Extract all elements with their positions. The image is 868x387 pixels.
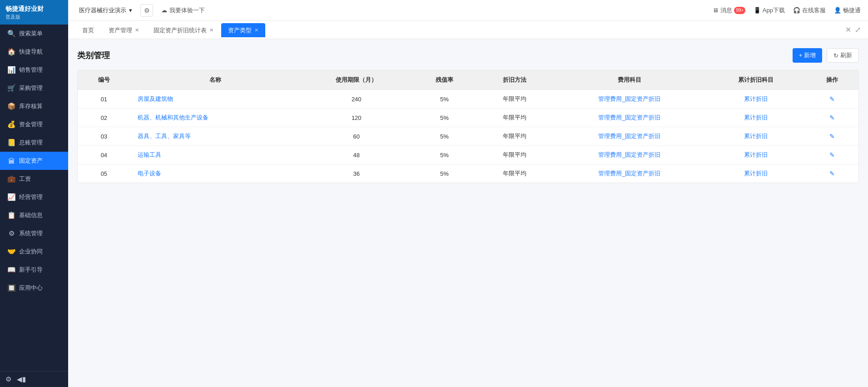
close-window-icon[interactable]: ✕ (845, 25, 851, 34)
table-row: 03器具、工具、家具等605%年限平均管理费用_固定资产折旧累计折旧✎ (78, 127, 858, 146)
edit-icon[interactable]: ✎ (829, 95, 835, 103)
tab-close-depreciation[interactable]: ✕ (209, 27, 213, 33)
sidebar-icon-sales: 📊 (7, 66, 15, 74)
sidebar-label-sales: 销售管理 (19, 66, 43, 74)
tab-label-asset-type: 资产类型 (228, 26, 252, 35)
sidebar-icon-search: 🔍 (7, 30, 15, 38)
sidebar-item-sales[interactable]: 📊 销售管理 (0, 61, 68, 79)
company-selector[interactable]: 医疗器械行业演示 ▾ (75, 5, 136, 16)
user-item[interactable]: 👤 畅捷通 (834, 6, 861, 15)
sidebar-icon-ledger: 📒 (7, 139, 15, 147)
sidebar-label-ledger: 总账管理 (19, 139, 43, 147)
sidebar-icon-quick-nav: 🏠 (7, 48, 15, 56)
edit-icon[interactable]: ✎ (829, 151, 835, 159)
sidebar-icon-enterprise: 🤝 (7, 248, 15, 256)
cell-4: 年限平均 (476, 146, 553, 164)
sidebar-label-quick-nav: 快捷导航 (19, 48, 43, 56)
settings-button[interactable]: ⚙ (140, 4, 153, 17)
sidebar-item-salary[interactable]: 💼 工资 (0, 170, 68, 188)
cell-6: 累计折旧 (706, 146, 806, 164)
message-label: 消息 (720, 6, 732, 15)
cell-1: 运输工具 (130, 146, 301, 164)
edit-icon[interactable]: ✎ (829, 170, 835, 177)
sidebar-icon-app-center: 🔲 (7, 284, 15, 292)
cell-6: 累计折旧 (706, 90, 806, 109)
company-name: 医疗器械行业演示 (79, 6, 126, 15)
expand-window-icon[interactable]: ⤢ (855, 25, 861, 34)
tab-close-asset-mgmt[interactable]: ✕ (135, 27, 139, 33)
sidebar-item-search[interactable]: 🔍 搜索菜单 (0, 25, 68, 43)
edit-icon[interactable]: ✎ (829, 133, 835, 140)
sidebar-item-business[interactable]: 📈 经营管理 (0, 188, 68, 206)
tabs-container: 首页 资产管理 ✕ 固定资产折旧统计表 ✕ 资产类型 ✕ (75, 23, 844, 37)
sidebar-item-system[interactable]: ⚙ 系统管理 (0, 224, 68, 243)
sidebar-item-basic-info[interactable]: 📋 基础信息 (0, 206, 68, 224)
sidebar-label-inventory: 库存核算 (19, 102, 43, 110)
experience-button[interactable]: ☁ 我要体验一下 (158, 5, 208, 16)
sidebar-item-guide[interactable]: 📖 新手引导 (0, 261, 68, 279)
experience-label: 我要体验一下 (169, 6, 205, 15)
sidebar-icon-fund: 💰 (7, 120, 15, 129)
sidebar-item-fund[interactable]: 💰 资金管理 (0, 115, 68, 134)
sidebar-item-ledger[interactable]: 📒 总账管理 (0, 134, 68, 152)
cell-3: 5% (412, 164, 477, 183)
cell-1: 器具、工具、家具等 (130, 127, 301, 146)
cell-2: 60 (301, 127, 412, 146)
cell-1: 房屋及建筑物 (130, 90, 301, 109)
message-item[interactable]: 🖥 消息 99+ (713, 6, 745, 15)
sidebar-toggle-icon[interactable]: ◀▮ (17, 375, 26, 383)
sidebar-icon-system: ⚙ (7, 229, 15, 238)
cell-2: 48 (301, 146, 412, 164)
sidebar-item-quick-nav[interactable]: 🏠 快捷导航 (0, 43, 68, 61)
page-title: 类别管理 (77, 50, 110, 61)
table-container: 编号名称使用期限（月）残值率折旧方法费用科目累计折旧科目操作 01房屋及建筑物2… (77, 70, 859, 183)
cell-0: 05 (78, 164, 130, 183)
sidebar-label-app-center: 应用中心 (19, 284, 43, 292)
user-avatar-icon: 👤 (834, 7, 841, 14)
app-logo-sub: 普及版 (5, 14, 63, 20)
sidebar: 畅捷通好业财 普及版 🔍 搜索菜单 🏠 快捷导航 📊 销售管理 🛒 采购管理 📦… (0, 0, 68, 387)
cell-4: 年限平均 (476, 90, 553, 109)
tab-asset-mgmt[interactable]: 资产管理 ✕ (102, 23, 146, 37)
refresh-button[interactable]: ↻ 刷新 (827, 48, 859, 63)
cell-3: 5% (412, 90, 477, 109)
category-table: 编号名称使用期限（月）残值率折旧方法费用科目累计折旧科目操作 01房屋及建筑物2… (78, 70, 858, 183)
sidebar-logo: 畅捷通好业财 普及版 (0, 0, 68, 25)
add-button[interactable]: + 新增 (793, 48, 822, 63)
dropdown-icon: ▾ (129, 7, 132, 14)
table-header: 编号名称使用期限（月）残值率折旧方法费用科目累计折旧科目操作 (78, 70, 858, 90)
edit-icon[interactable]: ✎ (829, 114, 835, 121)
message-badge: 99+ (734, 7, 745, 14)
table-body: 01房屋及建筑物2405%年限平均管理费用_固定资产折旧累计折旧✎02机器、机械… (78, 90, 858, 183)
sidebar-bottom: ⚙ ◀▮ (0, 371, 68, 387)
cell-0: 01 (78, 90, 130, 109)
tab-label-depreciation: 固定资产折旧统计表 (154, 26, 207, 35)
sidebar-item-purchase[interactable]: 🛒 采购管理 (0, 79, 68, 97)
col-编号: 编号 (78, 70, 130, 90)
topbar: 医疗器械行业演示 ▾ ⚙ ☁ 我要体验一下 🖥 消息 99+ 📱 App下载 🎧… (68, 0, 868, 21)
col-使用期限（月）: 使用期限（月） (301, 70, 412, 90)
tab-asset-type[interactable]: 资产类型 ✕ (221, 23, 265, 37)
sidebar-icon-guide: 📖 (7, 266, 15, 274)
tab-home[interactable]: 首页 (75, 23, 101, 37)
refresh-icon: ↻ (833, 52, 838, 59)
sidebar-item-inventory[interactable]: 📦 库存核算 (0, 97, 68, 115)
tab-label-home: 首页 (82, 26, 94, 35)
sidebar-icon-fixed-assets: 🏛 (7, 157, 15, 165)
cell-4: 年限平均 (476, 164, 553, 183)
header-actions: + 新增 ↻ 刷新 (793, 48, 859, 63)
app-logo-title: 畅捷通好业财 (5, 5, 63, 13)
col-折旧方法: 折旧方法 (476, 70, 553, 90)
tab-depreciation[interactable]: 固定资产折旧统计表 ✕ (147, 23, 220, 37)
tab-label-asset-mgmt: 资产管理 (109, 26, 132, 35)
cell-6: 累计折旧 (706, 164, 806, 183)
online-service-item[interactable]: 🎧 在线客服 (793, 6, 826, 15)
col-残值率: 残值率 (412, 70, 477, 90)
sidebar-item-app-center[interactable]: 🔲 应用中心 (0, 279, 68, 297)
settings-icon[interactable]: ⚙ (5, 375, 11, 383)
sidebar-item-enterprise[interactable]: 🤝 企业协同 (0, 243, 68, 261)
sidebar-item-fixed-assets[interactable]: 🏛 固定资产 (0, 152, 68, 170)
sidebar-icon-inventory: 📦 (7, 102, 15, 110)
tab-close-asset-type[interactable]: ✕ (254, 27, 258, 33)
app-download-item[interactable]: 📱 App下载 (754, 6, 785, 15)
